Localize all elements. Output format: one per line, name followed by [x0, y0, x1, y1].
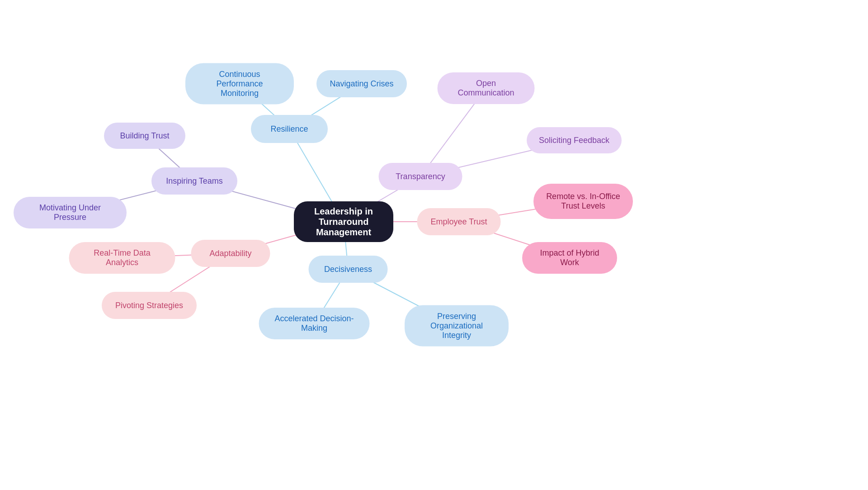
node-soliciting-feedback[interactable]: Soliciting Feedback — [527, 127, 622, 153]
center-node[interactable]: Leadership in Turnaround Management — [294, 201, 393, 242]
node-inspiring-teams[interactable]: Inspiring Teams — [151, 167, 237, 195]
node-employee-trust[interactable]: Employee Trust — [417, 208, 501, 235]
node-adaptability[interactable]: Adaptability — [191, 240, 270, 267]
node-navigating-crises[interactable]: Navigating Crises — [316, 70, 407, 97]
node-transparency[interactable]: Transparency — [379, 163, 462, 190]
node-accelerated-decision[interactable]: Accelerated Decision-Making — [259, 308, 370, 339]
node-motivating-under-pressure[interactable]: Motivating Under Pressure — [14, 197, 127, 228]
node-real-time-data[interactable]: Real-Time Data Analytics — [69, 242, 175, 274]
node-building-trust[interactable]: Building Trust — [104, 123, 185, 149]
node-continuous-performance[interactable]: Continuous Performance Monitoring — [185, 63, 294, 105]
node-preserving-integrity[interactable]: Preserving Organizational Integrity — [405, 305, 509, 347]
node-pivoting-strategies[interactable]: Pivoting Strategies — [102, 292, 197, 319]
node-decisiveness[interactable]: Decisiveness — [309, 256, 388, 283]
node-resilience[interactable]: Resilience — [251, 115, 328, 143]
mindmap-container: Leadership in Turnaround ManagementResil… — [0, 0, 868, 490]
node-open-communication[interactable]: Open Communication — [438, 72, 535, 104]
node-hybrid-work[interactable]: Impact of Hybrid Work — [522, 242, 617, 274]
node-remote-trust[interactable]: Remote vs. In-Office Trust Levels — [533, 184, 633, 219]
